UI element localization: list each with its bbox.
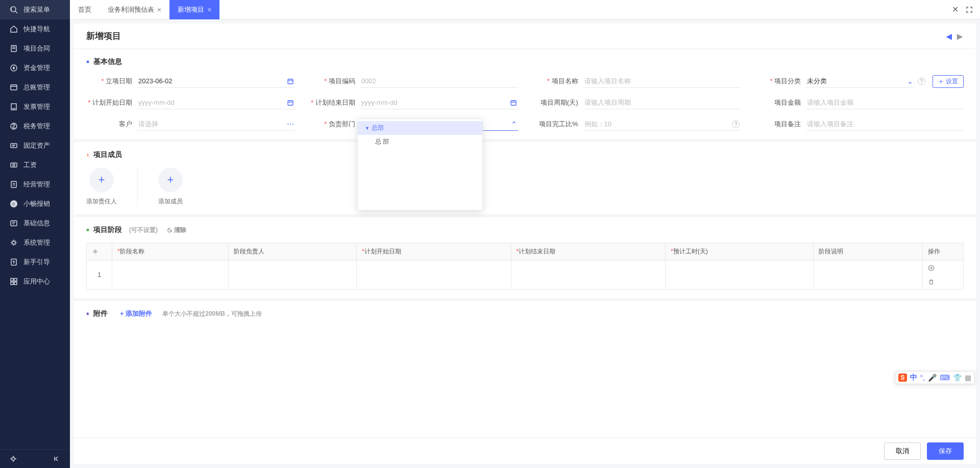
svg-rect-55 (930, 280, 933, 284)
sidebar-item-contract[interactable]: 项目合同 (0, 39, 70, 58)
clear-button[interactable]: 清除 (167, 226, 186, 235)
gear-column[interactable] (87, 243, 112, 261)
svg-rect-41 (288, 101, 293, 105)
remark-label: 项目备注 (755, 120, 801, 129)
biz-icon (9, 180, 18, 189)
sidebar-item-ledger[interactable]: 总账管理 (0, 78, 70, 97)
proj-category-input[interactable] (806, 75, 914, 88)
sidebar-item-salary[interactable]: 工资 (0, 155, 70, 175)
svg-rect-35 (87, 61, 89, 63)
add-owner-button[interactable]: + (89, 168, 114, 192)
sidebar-item-system[interactable]: 系统管理 (0, 233, 70, 252)
expense-icon: C (9, 199, 18, 208)
col-op: 操作 (923, 243, 964, 261)
settings-icon[interactable] (9, 455, 17, 463)
svg-point-49 (87, 154, 89, 155)
sidebar-item-fund[interactable]: 资金管理 (0, 58, 70, 78)
save-button[interactable]: 保存 (927, 442, 964, 460)
svg-rect-36 (288, 79, 293, 84)
sidebar-item-quicknav[interactable]: 快捷导航 (0, 19, 70, 39)
page-header: 新增项目 ◀ ▶ (74, 24, 976, 49)
tab-new-project[interactable]: 新增项目× (169, 0, 219, 19)
phase-table: *阶段名称 阶段负责人 *计划开始日期 *计划结束日期 *预计工时(天) 阶段说… (86, 243, 964, 290)
ime-skin-icon[interactable]: 👕 (953, 373, 962, 382)
chevron-up-icon[interactable]: ⌃ (511, 120, 517, 128)
chevron-down-icon[interactable]: ⌄ (907, 77, 913, 85)
tab-home[interactable]: 首页 (70, 0, 100, 19)
svg-rect-32 (11, 282, 13, 285)
section-icon (86, 226, 89, 234)
sidebar-item-info[interactable]: 基础信息 (0, 214, 70, 233)
col-end: *计划结束日期 (511, 243, 666, 261)
sidebar-item-expense[interactable]: C小畅报销 (0, 194, 70, 214)
phase-hint: (可不设置) (129, 226, 158, 235)
more-icon[interactable]: ⋯ (287, 120, 294, 128)
col-start: *计划开始日期 (357, 243, 511, 261)
proj-name-input[interactable] (583, 75, 741, 88)
close-icon[interactable]: × (157, 6, 161, 14)
completepct-input[interactable] (583, 118, 741, 131)
close-icon[interactable]: × (207, 6, 211, 14)
add-attachment-button[interactable]: + 添加附件 (120, 309, 152, 318)
customer-input[interactable] (137, 118, 295, 131)
calendar-icon[interactable] (510, 99, 517, 106)
col-name: *阶段名称 (112, 243, 229, 261)
section-title: 项目阶段 (93, 225, 122, 235)
apps-icon (9, 277, 18, 286)
divider (137, 168, 138, 206)
sidebar-item-guide[interactable]: 新手引导 (0, 252, 70, 272)
money-icon (9, 63, 18, 73)
svg-rect-30 (11, 278, 13, 281)
sidebar-bottom (0, 449, 70, 468)
dropdown-item-root[interactable]: ▼总部 (358, 121, 482, 135)
col-hours: *预计工时(天) (666, 243, 814, 261)
svg-rect-13 (11, 144, 17, 148)
tab-profit-estimate[interactable]: 业务利润预估表× (100, 0, 169, 19)
dropdown-item-child[interactable]: 总 部 (358, 135, 482, 149)
svg-line-3 (11, 8, 12, 8)
sidebar-item-apps[interactable]: 应用中心 (0, 272, 70, 291)
add-member-button[interactable]: + (158, 168, 183, 192)
table-row[interactable]: 1 (87, 261, 964, 290)
fullscreen-icon[interactable] (966, 6, 973, 13)
setting-button[interactable]: 设置 (933, 75, 964, 88)
svg-rect-16 (11, 163, 17, 167)
prev-icon[interactable]: ◀ (945, 31, 953, 41)
plan-start-input[interactable] (137, 96, 295, 109)
cancel-button[interactable]: 取消 (884, 442, 921, 460)
proj-code-input[interactable] (360, 75, 518, 88)
section-icon (86, 58, 89, 66)
calendar-icon[interactable] (287, 99, 294, 106)
plan-end-input[interactable] (360, 96, 518, 109)
ime-toolbar[interactable]: S 中 °, 🎤 ⌨ 👕 ▦ (895, 371, 975, 384)
sidebar-item-biz[interactable]: 经营管理 (0, 175, 70, 194)
help-icon[interactable]: ? (732, 121, 740, 128)
delete-row-icon[interactable] (928, 278, 958, 285)
section-attach: 附件 + 添加附件 单个大小不超过200MB，可拖拽上传 (74, 298, 976, 335)
sidebar-search[interactable]: 搜索菜单 (0, 0, 70, 19)
ime-menu-icon[interactable]: ▦ (965, 373, 971, 382)
sidebar-item-invoice[interactable]: 发票管理 (0, 97, 70, 116)
section-title: 基本信息 (93, 57, 122, 66)
svg-point-34 (12, 457, 15, 460)
next-icon[interactable]: ▶ (956, 31, 964, 41)
ime-keyboard-icon[interactable]: ⌨ (940, 373, 950, 382)
collapse-icon[interactable] (53, 455, 61, 463)
add-row-icon[interactable] (928, 265, 958, 271)
dept-dropdown: ▼总部 总 部 (357, 119, 483, 210)
svg-text:C: C (12, 202, 15, 206)
sidebar-item-asset[interactable]: 固定资产 (0, 136, 70, 155)
svg-rect-33 (14, 282, 17, 285)
close-all-icon[interactable]: ✕ (952, 5, 959, 14)
calendar-icon[interactable] (287, 78, 294, 85)
ime-punct-icon[interactable]: °, (920, 373, 925, 382)
amount-input[interactable] (806, 96, 964, 109)
help-icon[interactable]: ? (918, 78, 925, 85)
duration-input[interactable] (583, 96, 741, 109)
sidebar-item-tax[interactable]: 税务管理 (0, 116, 70, 136)
ime-lang[interactable]: 中 (910, 373, 917, 382)
create-date-input[interactable] (137, 75, 295, 88)
page-title: 新增项目 (86, 30, 121, 42)
ime-mic-icon[interactable]: 🎤 (928, 373, 937, 382)
remark-input[interactable] (806, 118, 964, 131)
